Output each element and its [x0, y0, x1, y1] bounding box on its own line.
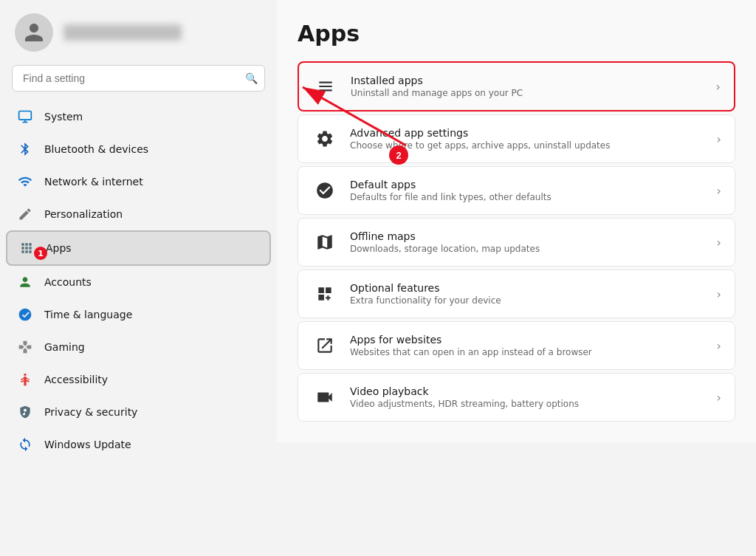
privacy-icon [16, 403, 34, 421]
chevron-right-icon: › [717, 391, 721, 405]
sidebar-item-label: Time & language [44, 309, 132, 320]
advanced-app-text: Advanced app settings Choose where to ge… [350, 127, 711, 151]
chevron-right-icon: › [717, 184, 721, 198]
update-icon [16, 436, 34, 453]
installed-apps-desc: Uninstall and manage apps on your PC [351, 88, 710, 98]
sidebar-item-time[interactable]: Time & language [6, 298, 271, 331]
offline-maps-icon [312, 229, 338, 255]
sidebar-item-gaming[interactable]: Gaming [6, 331, 271, 363]
sidebar: 🔍 System Bluetooth & devices Network & i… [0, 0, 277, 556]
video-playback-text: Video playback Video adjustments, HDR st… [350, 385, 711, 409]
network-icon [16, 173, 34, 191]
sidebar-item-privacy[interactable]: Privacy & security [6, 396, 271, 428]
system-icon [16, 108, 34, 126]
apps-for-websites-text: Apps for websites Websites that can open… [350, 334, 711, 357]
default-apps-text: Default apps Defaults for file and link … [350, 179, 711, 202]
default-apps-icon [312, 177, 338, 204]
sidebar-item-update[interactable]: Windows Update [6, 428, 271, 461]
accessibility-icon [16, 371, 34, 388]
sidebar-item-label: Apps [46, 242, 72, 254]
optional-features-text: Optional features Extra functionality fo… [350, 282, 711, 306]
settings-item-advanced-app[interactable]: Advanced app settings Choose where to ge… [298, 114, 735, 163]
settings-item-offline-maps[interactable]: Offline maps Downloads, storage location… [298, 218, 735, 267]
optional-features-desc: Extra functionality for your device [350, 295, 711, 306]
chevron-right-icon: › [717, 132, 721, 146]
advanced-app-icon [312, 126, 338, 152]
chevron-right-icon: › [717, 287, 721, 301]
settings-item-optional-features[interactable]: Optional features Extra functionality fo… [298, 270, 735, 318]
svg-rect-0 [19, 111, 32, 120]
offline-maps-title: Offline maps [350, 230, 711, 242]
advanced-app-desc: Choose where to get apps, archive apps, … [350, 140, 711, 151]
main-content: Apps Installed apps Uninstall and manage… [277, 0, 756, 442]
gaming-icon [16, 338, 34, 356]
sidebar-item-apps[interactable]: Apps 1 [6, 230, 271, 266]
sidebar-item-personalization[interactable]: Personalization [6, 198, 271, 230]
optional-features-title: Optional features [350, 282, 711, 294]
installed-apps-icon [312, 73, 339, 100]
sidebar-item-label: Privacy & security [44, 406, 137, 418]
installed-apps-title: Installed apps [351, 75, 710, 86]
step-badge-1: 1 [34, 247, 47, 260]
settings-item-apps-for-websites[interactable]: Apps for websites Websites that can open… [298, 321, 735, 370]
offline-maps-desc: Downloads, storage location, map updates [350, 244, 711, 254]
video-playback-icon [312, 384, 338, 411]
sidebar-item-network[interactable]: Network & internet [6, 165, 271, 198]
chevron-right-icon: › [717, 339, 721, 353]
sidebar-item-label: Accessibility [44, 374, 108, 385]
svg-point-3 [24, 374, 26, 376]
optional-features-icon [312, 281, 338, 307]
user-name [63, 24, 182, 41]
apps-for-websites-icon [312, 332, 338, 359]
chevron-right-icon: › [717, 236, 721, 250]
accounts-icon [16, 273, 34, 291]
search-input[interactable] [12, 65, 265, 92]
user-icon [23, 21, 45, 44]
avatar[interactable] [15, 13, 53, 52]
settings-item-video-playback[interactable]: Video playback Video adjustments, HDR st… [298, 373, 735, 422]
chevron-right-icon: › [716, 80, 721, 94]
search-box[interactable]: 🔍 [12, 65, 265, 92]
sidebar-item-label: Accounts [44, 276, 92, 288]
main-wrapper: Apps Installed apps Uninstall and manage… [277, 0, 756, 556]
default-apps-desc: Defaults for file and link types, other … [350, 192, 711, 202]
sidebar-item-accounts[interactable]: Accounts [6, 266, 271, 298]
apps-for-websites-desc: Websites that can open in an app instead… [350, 347, 711, 357]
apps-for-websites-title: Apps for websites [350, 334, 711, 346]
video-playback-title: Video playback [350, 385, 711, 397]
apps-icon [18, 239, 35, 257]
sidebar-item-label: Gaming [44, 341, 85, 353]
page-title: Apps [298, 21, 735, 47]
video-playback-desc: Video adjustments, HDR streaming, batter… [350, 399, 711, 409]
advanced-app-title: Advanced app settings [350, 127, 711, 139]
sidebar-header [0, 0, 277, 65]
search-icon: 🔍 [245, 72, 258, 84]
sidebar-item-label: Windows Update [44, 439, 131, 450]
personalization-icon [16, 205, 34, 223]
sidebar-item-accessibility[interactable]: Accessibility [6, 363, 271, 396]
settings-item-installed-apps[interactable]: Installed apps Uninstall and manage apps… [298, 61, 735, 111]
sidebar-item-label: Personalization [44, 208, 123, 220]
sidebar-item-label: Network & internet [44, 176, 143, 188]
sidebar-item-system[interactable]: System [6, 100, 271, 133]
bluetooth-icon [16, 140, 34, 158]
sidebar-item-bluetooth[interactable]: Bluetooth & devices [6, 133, 271, 165]
default-apps-title: Default apps [350, 179, 711, 191]
time-icon [16, 306, 34, 323]
offline-maps-text: Offline maps Downloads, storage location… [350, 230, 711, 254]
installed-apps-text: Installed apps Uninstall and manage apps… [351, 75, 710, 98]
settings-item-default-apps[interactable]: Default apps Defaults for file and link … [298, 166, 735, 215]
nav-list: System Bluetooth & devices Network & int… [0, 97, 277, 556]
sidebar-item-label: Bluetooth & devices [44, 143, 148, 155]
sidebar-item-label: System [44, 111, 83, 123]
settings-list: Installed apps Uninstall and manage apps… [298, 61, 735, 422]
